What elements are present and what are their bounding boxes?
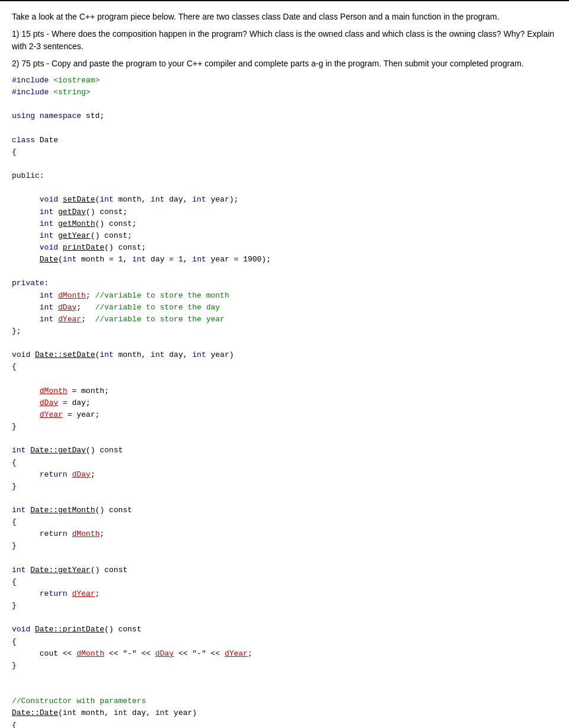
code-block: #include <iostream> #include <string> us… bbox=[12, 75, 557, 728]
q1-text: 1) 15 pts - Where does the composition h… bbox=[12, 28, 557, 53]
intro-text: Take a look at the C++ program piece bel… bbox=[12, 11, 557, 23]
instructions-block: Take a look at the C++ program piece bel… bbox=[12, 11, 557, 70]
q2-text: 2) 75 pts - Copy and paste the program t… bbox=[12, 58, 557, 70]
